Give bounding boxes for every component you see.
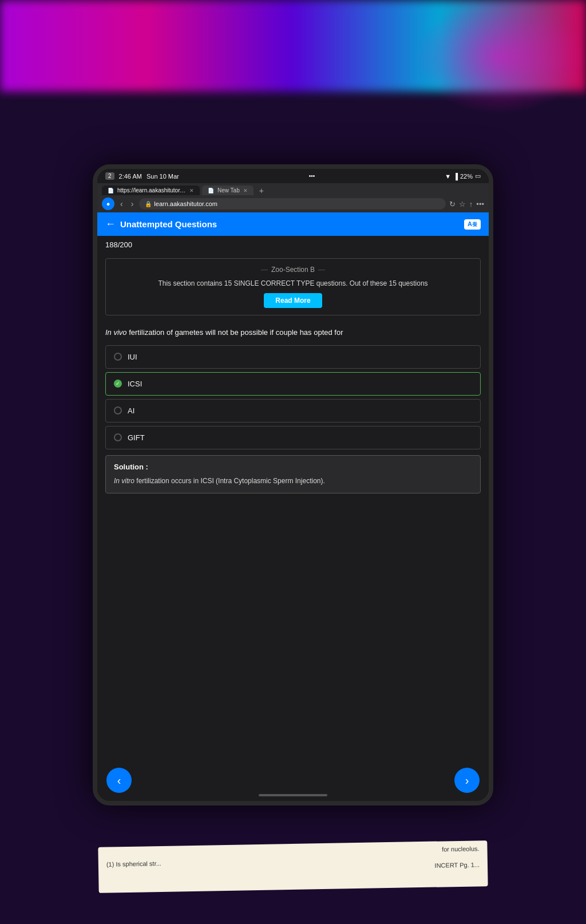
option-ai[interactable]: AI	[105, 399, 481, 422]
question-italic: In vivo	[105, 328, 127, 337]
tab1-close[interactable]: ✕	[189, 188, 194, 194]
status-bar: 2 2:46 AM Sun 10 Mar ••• ▼ ▐ 22% ▭	[97, 169, 489, 183]
option-icsi-label: ICSI	[128, 380, 142, 388]
status-time: 2:46 AM	[119, 173, 142, 180]
tab-indicator: 2	[105, 172, 114, 180]
solution-italic: In vitro	[114, 477, 134, 485]
question-counter: 188/200	[97, 236, 489, 254]
share-icon[interactable]: ↑	[469, 200, 473, 208]
page-title: Unattempted Questions	[120, 219, 217, 229]
new-tab[interactable]: 📄 New Tab ✕	[202, 185, 254, 195]
tab2-label: New Tab	[217, 187, 240, 194]
next-question-button[interactable]: ›	[454, 768, 480, 793]
back-button[interactable]: ←	[105, 218, 116, 230]
url-text: learn.aakashitutor.com	[154, 200, 217, 207]
option-ai-label: AI	[128, 406, 134, 415]
secure-icon: 🔒	[145, 201, 152, 207]
option-iui-radio	[114, 353, 122, 361]
tab2-close[interactable]: ✕	[243, 188, 248, 194]
battery-text: 22%	[460, 173, 473, 180]
section-title: Zoo-Section B	[113, 266, 473, 274]
page-header: ← Unattempted Questions A蚕	[97, 212, 489, 236]
prev-question-button[interactable]: ‹	[106, 768, 132, 793]
status-date: Sun 10 Mar	[146, 173, 179, 180]
more-dots: •••	[309, 173, 315, 179]
bookmark-icon[interactable]: ☆	[459, 200, 466, 208]
profile-icon: ●	[102, 198, 114, 210]
question-rest: fertilization of gametes will not be pos…	[129, 328, 343, 337]
option-iui[interactable]: IUI	[105, 345, 481, 369]
solution-box: Solution : In vitro fertilization occurs…	[105, 455, 481, 493]
signal-icon: ▐	[453, 173, 458, 180]
option-ai-radio	[114, 406, 122, 414]
option-gift-radio	[114, 433, 122, 441]
option-icsi[interactable]: ICSI	[105, 372, 481, 396]
notes-paper: for nucleolus. (1) Is spherical str... I…	[98, 840, 488, 893]
active-tab[interactable]: 📄 https://learn.aakashitutor.cor... ✕	[102, 185, 200, 195]
next-icon: ›	[465, 774, 469, 787]
url-bar[interactable]: 🔒 learn.aakashitutor.com	[139, 198, 446, 210]
ai-badge: A蚕	[464, 219, 481, 230]
section-description: This section contains 15 SINGLE CORRECT …	[113, 278, 473, 289]
page-content: ← Unattempted Questions A蚕 188/200 Zoo-S…	[97, 212, 489, 801]
option-iui-label: IUI	[128, 353, 137, 361]
option-icsi-radio	[114, 380, 122, 388]
back-browser-button[interactable]: ‹	[118, 198, 125, 210]
add-tab-button[interactable]: +	[256, 186, 267, 195]
solution-rest: fertilization occurs in ICSI (Intra Cyto…	[136, 477, 324, 485]
prev-icon: ‹	[117, 774, 121, 787]
solution-label: Solution :	[114, 463, 472, 471]
question-text: In vivo fertilization of gametes will no…	[97, 320, 489, 345]
option-gift-label: GIFT	[128, 433, 145, 442]
refresh-icon[interactable]: ↻	[449, 200, 456, 208]
tab1-label: https://learn.aakashitutor.cor...	[117, 187, 186, 194]
tablet-device: 2 2:46 AM Sun 10 Mar ••• ▼ ▐ 22% ▭ 📄 htt…	[93, 164, 493, 805]
solution-text: In vitro fertilization occurs in ICSI (I…	[114, 476, 472, 486]
battery-icon: ▭	[475, 172, 481, 180]
home-indicator	[259, 794, 327, 796]
read-more-button[interactable]: Read More	[264, 293, 322, 308]
counter-value: 188/200	[105, 240, 132, 249]
option-gift[interactable]: GIFT	[105, 426, 481, 449]
section-info-box: Zoo-Section B This section contains 15 S…	[105, 258, 481, 315]
wifi-icon: ▼	[445, 173, 451, 180]
browser-chrome: 📄 https://learn.aakashitutor.cor... ✕ 📄 …	[97, 183, 489, 212]
menu-icon[interactable]: •••	[476, 200, 484, 208]
forward-browser-button[interactable]: ›	[129, 198, 136, 210]
